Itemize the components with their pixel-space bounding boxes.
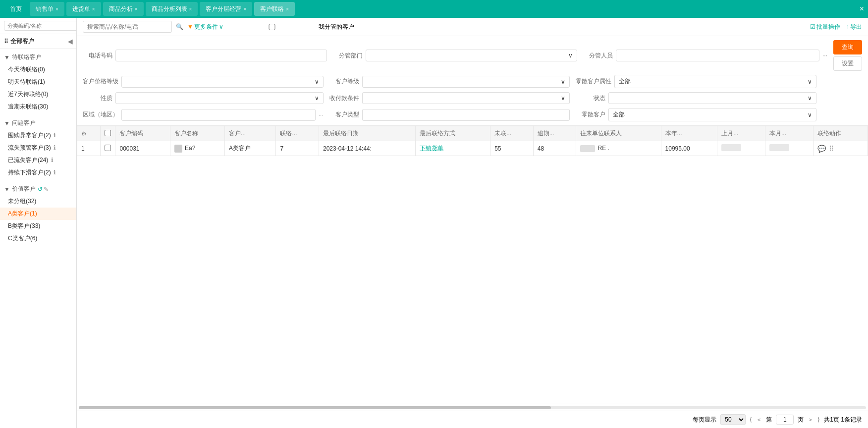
chat-action-icon[interactable]: 💬 [817,145,826,153]
sidebar-item-class-a[interactable]: A类客户(1) [0,208,76,220]
close-analysis-tab[interactable]: × [135,6,138,12]
manager-input[interactable] [616,50,819,61]
edit-icon[interactable]: ✎ [44,186,49,193]
page-input[interactable] [776,415,794,425]
retail-customer-label: 零散客户 [576,110,605,119]
close-all-tabs[interactable]: × [860,4,864,13]
qr-action-icon[interactable]: ⠿ [829,145,834,153]
sidebar-item-today[interactable]: 今天待联络(0) [0,63,76,76]
my-customers-checkbox-label[interactable]: 我分管的客户 [227,23,354,31]
bulk-ops-btn[interactable]: ☑ 批量操作 [810,23,840,31]
retail-attr-label: 零散客户属性 [576,77,611,86]
row-checkbox-cell[interactable] [101,141,115,156]
sidebar-all-customers-header: ⠿ 全部客户 ◀ [0,34,76,49]
grid-icon: ⠿ [4,38,8,45]
value-customers-title[interactable]: ▼ 价值客户 ↺ ✎ [0,183,76,195]
sidebar-item-7days[interactable]: 近7天待联络(0) [0,88,76,101]
chevron-price: ∨ [315,78,319,85]
col-this-year: 本年... [661,126,717,141]
sidebar-section-pending: ▼ 待联络客户 今天待联络(0) 明天待联络(1) 近7天待联络(0) 逾期未联… [0,49,76,115]
col-gear[interactable]: ⚙ [77,126,101,141]
problem-customers-title[interactable]: ▼ 问题客户 [0,117,76,129]
status-select[interactable]: ∨ [608,92,816,104]
my-customers-checkbox[interactable] [227,24,317,30]
filter-row-1: 电话号码 分管部门 ∨ 分管人员 ··· 查询 设置 [83,40,862,71]
row-checkbox[interactable] [105,145,111,151]
table-row: 1 000031 Ea? A类客户 7 2023-04-12 14:44: [77,141,868,156]
close-customer-tier-tab[interactable]: × [243,6,246,12]
select-all-checkbox[interactable] [105,130,111,136]
refresh-icon[interactable]: ↺ [38,186,43,193]
horizontal-scrollbar[interactable] [77,404,868,411]
customer-avatar [174,145,182,153]
sidebar-item-churn-warning[interactable]: 流失预警客户(3) ℹ [0,142,76,154]
chevron-dept: ∨ [568,52,573,59]
close-sales-tab[interactable]: × [55,6,58,12]
scrollbar-thumb[interactable] [79,406,551,409]
scrollbar-track [79,406,866,409]
nav-tab-sales[interactable]: 销售单 × [30,2,64,16]
chevron-status: ∨ [808,95,812,102]
pending-contacts-title[interactable]: ▼ 待联络客户 [0,51,76,63]
col-contact-count: 联络... [276,126,319,141]
nav-tab-analysis[interactable]: 商品分析 × [103,2,144,16]
nav-tab-purchase[interactable]: 进货单 × [66,2,101,16]
sidebar-item-class-b[interactable]: B类客户(33) [0,220,76,232]
retail-customer-select[interactable]: 全部 ∨ [608,108,816,121]
row-contacts: RE . [576,141,661,156]
manager-dots[interactable]: ··· [822,52,827,59]
export-btn[interactable]: ↑ 导出 [846,23,862,31]
filter-search-icon[interactable]: 🔍 [176,23,183,30]
main-layout: 🔍 ⠿ 全部客户 ◀ ▼ 待联络客户 今天待联络(0) 明天待联络(1) 近7天… [0,18,868,428]
close-customer-contact-tab[interactable]: × [286,6,289,12]
prev-btn[interactable]: ＜ [756,416,762,424]
row-overdue: 48 [533,141,576,156]
export-icon: ↑ [846,23,849,30]
nav-home[interactable]: 首页 [4,2,28,16]
nature-select[interactable]: ∨ [115,92,324,104]
prev-prev-btn[interactable]: ⟨ [750,416,752,423]
payment-select[interactable]: ∨ [362,92,570,104]
sidebar-collapse-btn[interactable]: ◀ [68,38,72,45]
sidebar-search-input[interactable] [4,21,77,31]
sidebar-item-class-c[interactable]: C类客户(6) [0,232,76,245]
chevron-down-icon: ∨ [219,23,223,30]
row-uncontacted: 55 [490,141,534,156]
customer-type-input[interactable] [362,109,570,121]
last-contact-link[interactable]: 下销货单 [420,145,443,152]
filter-phone: 电话号码 [83,50,327,61]
nav-tab-customer-contact[interactable]: 客户联络 × [254,2,295,16]
customer-level-select[interactable]: ∨ [362,76,570,88]
nav-tab-customer-tier[interactable]: 客户分层经营 × [200,2,252,16]
retail-attr-select[interactable]: 全部 ∨ [614,75,816,88]
pagination-bar: 每页显示 102050100 ⟨ ＜ 第 页 ＞ ⟩ 共1页 1条记录 [77,411,868,428]
filter-payment: 收付款条件 ∨ [329,92,570,104]
sidebar-item-hoarding[interactable]: 囤购异常客户(2) ℹ [0,129,76,142]
nav-tab-analysis-list[interactable]: 商品分析列表 × [146,2,198,16]
gear-icon[interactable]: ⚙ [81,130,87,137]
per-page-select[interactable]: 102050100 [720,414,746,425]
col-checkbox[interactable] [101,126,115,141]
region-dots[interactable]: ··· [319,111,324,118]
settings-button[interactable]: 设置 [833,56,862,71]
row-last-contact-method[interactable]: 下销货单 [416,141,490,156]
sidebar-item-tomorrow[interactable]: 明天待联络(1) [0,76,76,88]
sidebar-item-ungraded[interactable]: 未分组(32) [0,195,76,208]
price-level-select[interactable]: ∨ [121,76,324,88]
phone-input[interactable] [115,50,327,61]
filter-status: 状态 ∨ [576,92,816,104]
region-input[interactable] [121,109,316,121]
next-next-btn[interactable]: ⟩ [817,416,820,423]
next-btn[interactable]: ＞ [808,416,814,424]
close-purchase-tab[interactable]: × [92,6,95,12]
more-conditions-btn[interactable]: ▼ 更多条件 ∨ [187,23,223,31]
sidebar-item-overdue[interactable]: 逾期未联络(30) [0,101,76,113]
query-button[interactable]: 查询 [833,40,862,54]
sidebar-item-churned[interactable]: 已流失客户(24) ℹ [0,154,76,166]
customer-table: ⚙ 客户编码 客户名称 客户... 联络... 最后联络日期 最后联络方式 未联… [77,126,868,156]
search-input[interactable] [83,21,172,33]
sidebar-item-declining[interactable]: 持续下滑客户(2) ℹ [0,166,76,179]
row-this-month [765,141,813,156]
close-analysis-list-tab[interactable]: × [189,6,192,12]
dept-select[interactable]: ∨ [366,50,577,61]
